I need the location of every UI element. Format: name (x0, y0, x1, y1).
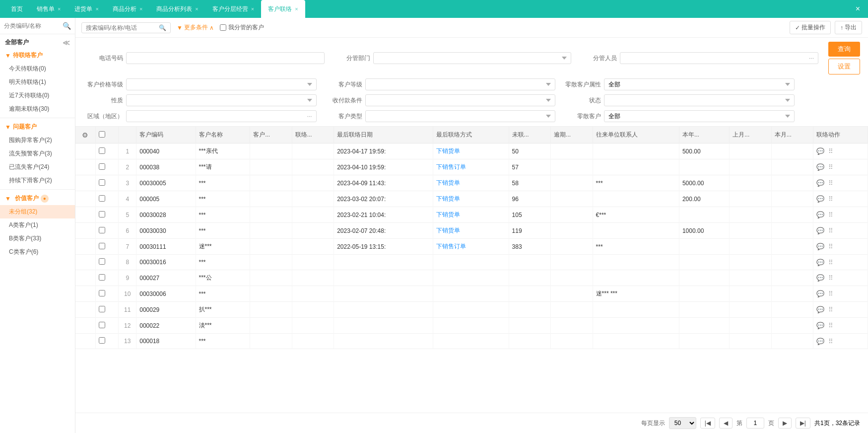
filter-dept-select[interactable] (373, 52, 572, 64)
grid-icon[interactable]: ⠿ (828, 338, 833, 345)
close-product-analysis-icon[interactable]: × (139, 6, 142, 12)
sidebar-all-customers-header[interactable]: 全部客户 ≪ (0, 34, 75, 49)
comment-icon[interactable]: 💬 (816, 306, 824, 313)
filter-scatter-select[interactable]: 全部 (604, 110, 795, 122)
row-checkbox-cell[interactable] (95, 334, 119, 349)
table-cell[interactable]: 下销货单 (433, 144, 509, 159)
close-sales-icon[interactable]: × (58, 6, 61, 12)
table-cell[interactable] (433, 286, 509, 302)
comment-icon[interactable]: 💬 (816, 259, 824, 266)
close-product-analysis-list-icon[interactable]: × (195, 6, 198, 12)
reset-button[interactable]: 设置 (828, 59, 860, 74)
table-cell[interactable]: 下销货单 (433, 175, 509, 191)
row-checkbox[interactable] (99, 179, 105, 186)
action-cell[interactable]: 💬 ⠿ (813, 191, 868, 207)
window-close-icon[interactable]: × (852, 4, 864, 13)
settings-icon[interactable]: ⚙ (82, 131, 88, 139)
filter-nature-select[interactable] (126, 94, 317, 106)
comment-icon[interactable]: 💬 (816, 147, 824, 155)
row-checkbox-cell[interactable] (95, 207, 119, 223)
first-page-button[interactable]: |◀ (700, 418, 715, 429)
nav-purchase[interactable]: 进货单 × (67, 0, 105, 18)
contact-method-link[interactable]: 下销货单 (436, 147, 460, 154)
row-checkbox-cell[interactable] (95, 223, 119, 239)
row-checkbox-cell[interactable] (95, 302, 119, 318)
grid-icon[interactable]: ⠿ (828, 243, 833, 250)
collapse-icon[interactable]: ≪ (63, 39, 70, 47)
row-checkbox[interactable] (99, 274, 105, 281)
comment-icon[interactable]: 💬 (816, 338, 824, 345)
filter-status-select[interactable] (604, 94, 795, 106)
filter-price-level-select[interactable] (126, 78, 317, 90)
table-cell[interactable]: 下销货单 (433, 207, 509, 223)
action-cell[interactable]: 💬 ⠿ (813, 302, 868, 318)
sidebar-item-ungroup[interactable]: 未分组(32) (0, 205, 75, 218)
table-cell[interactable] (433, 255, 509, 270)
action-cell[interactable]: 💬 ⠿ (813, 159, 868, 175)
contact-method-link[interactable]: 下销货单 (436, 227, 460, 234)
action-cell[interactable]: 💬 ⠿ (813, 255, 868, 270)
table-cell[interactable]: 下销货单 (433, 191, 509, 207)
row-checkbox[interactable] (99, 195, 105, 202)
comment-icon[interactable]: 💬 (816, 227, 824, 234)
filter-phone-input[interactable] (126, 52, 325, 64)
grid-icon[interactable]: ⠿ (828, 290, 833, 297)
sidebar-search[interactable]: 🔍 (0, 18, 75, 34)
row-checkbox[interactable] (99, 290, 105, 296)
table-cell[interactable] (433, 302, 509, 318)
action-cell[interactable]: 💬 ⠿ (813, 334, 868, 349)
prev-page-button[interactable]: ◀ (719, 418, 733, 429)
comment-icon[interactable]: 💬 (816, 290, 824, 297)
row-checkbox-cell[interactable] (95, 270, 119, 286)
row-checkbox[interactable] (99, 337, 105, 344)
comment-icon[interactable]: 💬 (816, 163, 824, 171)
close-purchase-icon[interactable]: × (95, 6, 98, 12)
action-cell[interactable]: 💬 ⠿ (813, 286, 868, 302)
table-cell[interactable]: 下销售订单 (433, 159, 509, 175)
grid-icon[interactable]: ⠿ (828, 147, 833, 155)
grid-icon[interactable]: ⠿ (828, 306, 833, 313)
sidebar-item-overdue[interactable]: 逾期未联络(30) (0, 102, 75, 116)
value-segment-group[interactable]: ▼ 价值客户 ● (0, 192, 75, 205)
sidebar-item-hoard-abnormal[interactable]: 囤购异常客户(2) (0, 134, 75, 147)
filter-search-input[interactable] (86, 24, 157, 31)
action-cell[interactable]: 💬 ⠿ (813, 207, 868, 223)
action-cell[interactable]: 💬 ⠿ (813, 318, 868, 334)
table-cell[interactable]: 下销售订单 (433, 239, 509, 255)
contact-method-link[interactable]: 下销货单 (436, 211, 460, 218)
contact-method-link[interactable]: 下销货单 (436, 179, 460, 186)
next-page-button[interactable]: ▶ (778, 418, 792, 429)
batch-operation-button[interactable]: ✓ 批量操作 (790, 21, 831, 34)
grid-icon[interactable]: ⠿ (828, 195, 833, 203)
table-cell[interactable] (433, 318, 509, 334)
row-checkbox[interactable] (99, 147, 105, 154)
nav-sales[interactable]: 销售单 × (30, 0, 67, 18)
row-checkbox-cell[interactable] (95, 175, 119, 191)
page-size-select[interactable]: 50 100 200 (669, 417, 696, 429)
filter-customer-type-select[interactable] (365, 110, 556, 122)
row-checkbox[interactable] (99, 227, 105, 233)
nav-product-analysis[interactable]: 商品分析 × (106, 0, 149, 18)
table-cell[interactable] (433, 334, 509, 349)
export-button[interactable]: ↑ 导出 (835, 21, 862, 34)
pending-contact-group[interactable]: ▼ 待联络客户 (0, 49, 75, 62)
sidebar-item-b-class[interactable]: B类客户(33) (0, 232, 75, 245)
action-cell[interactable]: 💬 ⠿ (813, 223, 868, 239)
action-cell[interactable]: 💬 ⠿ (813, 270, 868, 286)
problem-customer-group[interactable]: ▼ 问题客户 (0, 120, 75, 134)
close-customer-segment-icon[interactable]: × (251, 6, 254, 12)
col-checkbox[interactable] (95, 127, 119, 144)
query-button[interactable]: 查询 (828, 42, 860, 57)
row-checkbox[interactable] (99, 243, 105, 249)
action-cell[interactable]: 💬 ⠿ (813, 239, 868, 255)
sidebar-item-today-pending[interactable]: 今天待联络(0) (0, 62, 75, 75)
sidebar-item-tomorrow-pending[interactable]: 明天待联络(1) (0, 75, 75, 89)
row-checkbox[interactable] (99, 306, 105, 312)
table-cell[interactable]: 下销货单 (433, 223, 509, 239)
sidebar-item-churned[interactable]: 已流失客户(24) (0, 160, 75, 174)
row-checkbox[interactable] (99, 163, 105, 170)
grid-icon[interactable]: ⠿ (828, 322, 833, 329)
filter-customer-level-select[interactable] (365, 78, 556, 90)
sidebar-item-a-class[interactable]: A类客户(1) (0, 218, 75, 232)
comment-icon[interactable]: 💬 (816, 274, 824, 282)
